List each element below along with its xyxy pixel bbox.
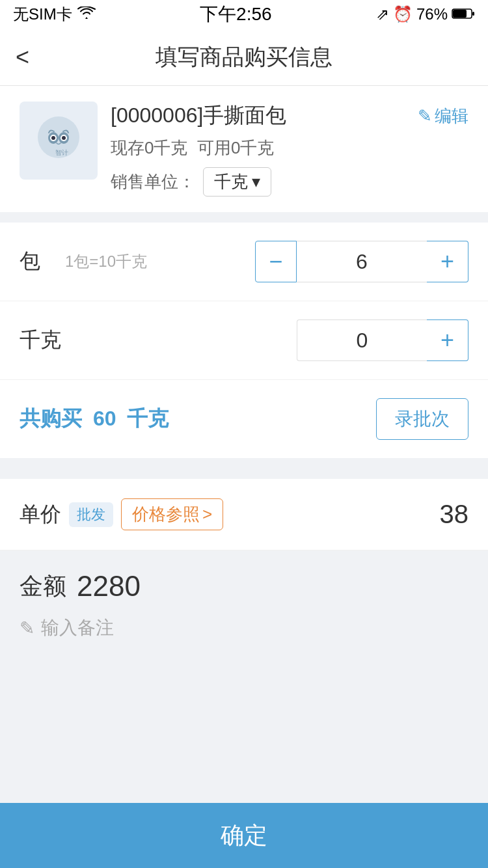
product-name-row: [0000006]手撕面包 ✎ 编辑 xyxy=(111,102,468,130)
price-type-tag: 批发 xyxy=(69,502,113,527)
total-row: 共购买 60 千克 录批次 xyxy=(0,380,488,458)
kg-qty-input[interactable] xyxy=(297,319,427,361)
status-time: 下午2:56 xyxy=(200,2,272,27)
edit-label: 编辑 xyxy=(435,105,468,128)
amount-label: 金额 xyxy=(20,571,66,603)
amount-section: 金额 2280 ✎ 输入备注 xyxy=(0,550,488,653)
status-bar: 无SIM卡 下午2:56 ⇗ ⏰ 76% xyxy=(0,0,488,29)
edit-button[interactable]: ✎ 编辑 xyxy=(418,105,468,128)
nav-bar: < 填写商品购买信息 xyxy=(0,29,488,86)
total-unit: 千克 xyxy=(127,407,169,430)
product-title: 手撕面包 xyxy=(203,103,286,127)
svg-point-8 xyxy=(51,136,55,140)
wifi-icon xyxy=(77,5,96,23)
bag-qty-minus-button[interactable]: − xyxy=(255,241,297,282)
kg-qty-row: 千克 + xyxy=(0,301,488,380)
svg-point-9 xyxy=(62,136,66,140)
unit-value: 千克 xyxy=(214,170,248,193)
remark-placeholder: 输入备注 xyxy=(41,616,114,640)
svg-rect-1 xyxy=(453,10,467,18)
page-title: 填写商品购买信息 xyxy=(156,42,332,72)
product-stock: 现存0千克 可用0千克 xyxy=(111,137,468,159)
back-button[interactable]: < xyxy=(16,44,29,71)
svg-rect-2 xyxy=(472,12,474,16)
section-divider xyxy=(0,468,488,479)
product-info: [0000006]手撕面包 ✎ 编辑 现存0千克 可用0千克 销售单位： 千克 … xyxy=(111,102,468,197)
bag-qty-label: 包 xyxy=(20,247,59,276)
total-text: 共购买 60 千克 xyxy=(20,405,376,433)
battery-percent: 76% xyxy=(416,5,448,23)
price-section: 单价 批发 价格参照 > 38 xyxy=(0,479,488,550)
bag-qty-plus-button[interactable]: + xyxy=(427,241,468,282)
unit-selector[interactable]: 千克 ▾ xyxy=(203,167,271,197)
product-card: 智计 [0000006]手撕面包 ✎ 编辑 现存0千克 可用0千克 销售单位： … xyxy=(0,86,488,212)
status-right: ⇗ ⏰ 76% xyxy=(376,5,475,23)
carrier-text: 无SIM卡 xyxy=(13,4,72,25)
total-amount: 60 xyxy=(93,407,116,430)
total-label: 共购买 xyxy=(20,407,82,430)
kg-qty-label: 千克 xyxy=(20,326,61,355)
remark-icon: ✎ xyxy=(20,617,34,639)
price-row: 单价 批发 价格参照 > 38 xyxy=(0,479,488,550)
price-ref-label: 价格参照 xyxy=(132,503,200,526)
bag-quantity-section: 包 1包=10千克 − + 千克 + 共购买 60 千克 录批次 xyxy=(0,223,488,458)
product-unit-row: 销售单位： 千克 ▾ xyxy=(111,167,468,197)
price-label: 单价 xyxy=(20,500,61,529)
confirm-bar[interactable]: 确定 xyxy=(0,803,488,868)
price-ref-arrow-icon: > xyxy=(202,504,212,524)
bag-qty-control: − + xyxy=(255,241,468,282)
amount-value: 2280 xyxy=(77,570,141,603)
product-id: [0000006] xyxy=(111,103,203,127)
product-image: 智计 xyxy=(20,102,98,180)
svg-text:智计: 智计 xyxy=(55,149,68,156)
kg-qty-plus-button[interactable]: + xyxy=(427,319,468,361)
battery-icon xyxy=(452,5,475,23)
status-left: 无SIM卡 xyxy=(13,4,96,25)
batch-button[interactable]: 录批次 xyxy=(376,398,468,440)
bag-qty-row: 包 1包=10千克 − + xyxy=(0,223,488,301)
bag-qty-hint: 1包=10千克 xyxy=(65,251,255,272)
price-ref-button[interactable]: 价格参照 > xyxy=(121,498,223,530)
amount-row: 金额 2280 xyxy=(20,570,468,603)
location-icon: ⇗ xyxy=(376,5,389,23)
confirm-button-label: 确定 xyxy=(221,820,267,852)
product-name: [0000006]手撕面包 xyxy=(111,102,286,130)
edit-icon: ✎ xyxy=(418,106,432,126)
remark-row[interactable]: ✎ 输入备注 xyxy=(20,616,468,640)
alarm-icon: ⏰ xyxy=(393,5,413,23)
bag-qty-input[interactable] xyxy=(297,241,427,282)
price-value: 38 xyxy=(440,500,469,529)
kg-qty-control: + xyxy=(297,319,468,361)
unit-chevron-icon: ▾ xyxy=(252,172,260,192)
product-logo: 智计 xyxy=(36,115,81,167)
unit-label: 销售单位： xyxy=(111,170,195,193)
